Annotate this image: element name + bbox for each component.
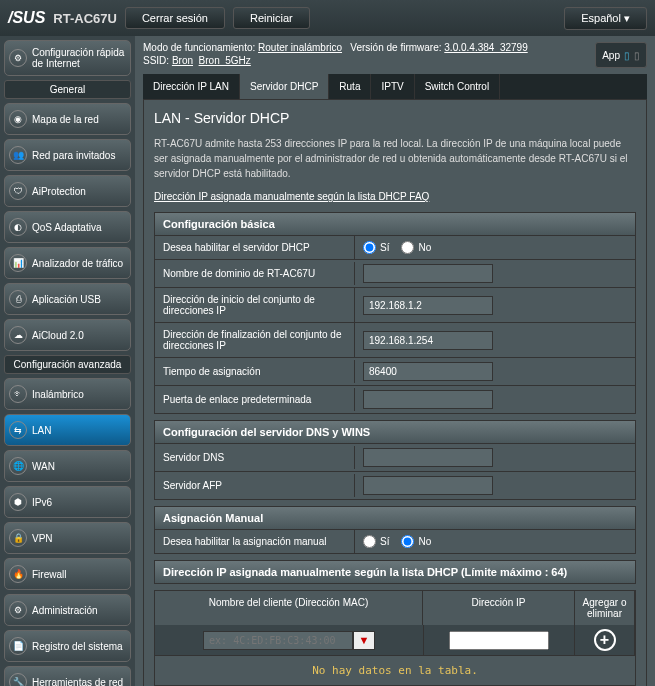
sidebar-item-qos[interactable]: ◐QoS Adaptativa (4, 211, 131, 243)
sidebar-item-traffic[interactable]: 📊Analizador de tráfico (4, 247, 131, 279)
input-assign-ip[interactable] (449, 631, 549, 650)
top-bar: /SUS RT-AC67U Cerrar sesión Reiniciar Es… (0, 0, 655, 36)
sidebar-item-admin[interactable]: ⚙Administración (4, 594, 131, 626)
sidebar-advanced-header: Configuración avanzada (4, 355, 131, 374)
sidebar-item-ipv6[interactable]: ⬢IPv6 (4, 486, 131, 518)
sidebar: ⚙ Configuración rápida de Internet Gener… (0, 36, 135, 686)
add-button[interactable]: + (594, 629, 616, 651)
operation-mode-line: Modo de funcionamiento: Router inalámbri… (143, 42, 528, 53)
mac-dropdown[interactable]: ▼ (353, 631, 375, 650)
guest-icon: 👥 (9, 146, 27, 164)
label-lease: Tiempo de asignación (155, 360, 355, 383)
section-dns: Configuración del servidor DNS y WINS (154, 420, 636, 444)
brand-logo: /SUS (8, 9, 45, 27)
vpn-icon: 🔒 (9, 529, 27, 547)
tab-switch-control[interactable]: Switch Control (415, 74, 500, 99)
sidebar-item-firewall[interactable]: 🔥Firewall (4, 558, 131, 590)
sidebar-quick-setup[interactable]: ⚙ Configuración rápida de Internet (4, 40, 131, 76)
section-manual: Asignación Manual (154, 506, 636, 530)
input-ip-start[interactable] (363, 296, 493, 315)
col-mac: Nombre del cliente (Dirección MAC) (155, 591, 423, 625)
wan-icon: 🌐 (9, 457, 27, 475)
chart-icon: 📊 (9, 254, 27, 272)
no-data-text: No hay datos en la tabla. (155, 655, 635, 685)
page-description: RT-AC67U admite hasta 253 direcciones IP… (154, 136, 636, 181)
label-domain: Nombre de dominio de RT-AC67U (155, 262, 355, 285)
tools-icon: 🔧 (9, 673, 27, 686)
sidebar-general-header: General (4, 80, 131, 99)
map-icon: ◉ (9, 110, 27, 128)
sidebar-item-network-map[interactable]: ◉Mapa de la red (4, 103, 131, 135)
sidebar-item-aicloud[interactable]: ☁AiCloud 2.0 (4, 319, 131, 351)
mode-link[interactable]: Router inalámbrico (258, 42, 342, 53)
col-ip: Dirección IP (423, 591, 575, 625)
sidebar-item-usb[interactable]: ⎙Aplicación USB (4, 283, 131, 315)
input-lease[interactable] (363, 362, 493, 381)
firmware-link[interactable]: 3.0.0.4.384_32799 (444, 42, 527, 53)
main-panel: LAN - Servidor DHCP RT-AC67U admite hast… (143, 99, 647, 686)
radio-enable-no[interactable] (401, 241, 414, 254)
label-afp: Servidor AFP (155, 474, 355, 497)
sidebar-item-wireless[interactable]: ᯤInalámbrico (4, 378, 131, 410)
sidebar-item-vpn[interactable]: 🔒VPN (4, 522, 131, 554)
log-icon: 📄 (9, 637, 27, 655)
label-gateway: Puerta de enlace predeterminada (155, 388, 355, 411)
label-dns: Servidor DNS (155, 446, 355, 469)
section-table: Dirección IP asignada manualmente según … (154, 560, 636, 584)
globe-icon: ⚙ (9, 49, 27, 67)
input-afp[interactable] (363, 476, 493, 495)
ssid-line: SSID: Bron Bron_5GHz (143, 55, 528, 66)
lan-icon: ⇆ (9, 421, 27, 439)
faq-link[interactable]: Dirección IP asignada manualmente según … (154, 191, 429, 202)
tab-iptv[interactable]: IPTV (371, 74, 414, 99)
input-dns[interactable] (363, 448, 493, 467)
label-enable-dhcp: Desea habilitar el servidor DHCP (155, 236, 355, 259)
sidebar-item-guest-network[interactable]: 👥Red para invitados (4, 139, 131, 171)
page-title: LAN - Servidor DHCP (154, 110, 636, 126)
ssid1-link[interactable]: Bron (172, 55, 193, 66)
cloud-icon: ☁ (9, 326, 27, 344)
tab-route[interactable]: Ruta (329, 74, 371, 99)
ipv6-icon: ⬢ (9, 493, 27, 511)
tab-bar: Dirección IP LAN Servidor DHCP Ruta IPTV… (143, 74, 647, 99)
radio-enable-yes[interactable] (363, 241, 376, 254)
model-name: RT-AC67U (53, 11, 117, 26)
dhcp-table: Nombre del cliente (Dirección MAC) Direc… (154, 590, 636, 686)
input-gateway[interactable] (363, 390, 493, 409)
usb-icon: ⎙ (9, 290, 27, 308)
label-ip-end: Dirección de finalización del conjunto d… (155, 323, 355, 357)
fire-icon: 🔥 (9, 565, 27, 583)
gear-icon: ⚙ (9, 601, 27, 619)
language-select[interactable]: Español ▾ (564, 7, 647, 30)
sidebar-item-wan[interactable]: 🌐WAN (4, 450, 131, 482)
input-domain[interactable] (363, 264, 493, 283)
content-area: Modo de funcionamiento: Router inalámbri… (135, 36, 655, 686)
ssid2-link[interactable]: Bron_5GHz (199, 55, 251, 66)
sidebar-item-tools[interactable]: 🔧Herramientas de red (4, 666, 131, 686)
radio-manual-no[interactable] (401, 535, 414, 548)
label-manual-enable: Desea habilitar la asignación manual (155, 530, 355, 553)
shield-icon: 🛡 (9, 182, 27, 200)
app-badge[interactable]: App ▯▯ (595, 42, 647, 68)
logout-button[interactable]: Cerrar sesión (125, 7, 225, 29)
radio-manual-yes[interactable] (363, 535, 376, 548)
input-mac[interactable] (203, 631, 353, 650)
reboot-button[interactable]: Reiniciar (233, 7, 310, 29)
input-ip-end[interactable] (363, 331, 493, 350)
sidebar-item-lan[interactable]: ⇆LAN (4, 414, 131, 446)
sidebar-item-aiprotection[interactable]: 🛡AiProtection (4, 175, 131, 207)
label-ip-start: Dirección de inicio del conjunto de dire… (155, 288, 355, 322)
wifi-icon: ᯤ (9, 385, 27, 403)
col-action: Agregar o eliminar (575, 591, 635, 625)
tab-dhcp-server[interactable]: Servidor DHCP (240, 74, 329, 99)
gauge-icon: ◐ (9, 218, 27, 236)
section-basic: Configuración básica (154, 212, 636, 236)
tab-lan-ip[interactable]: Dirección IP LAN (143, 74, 240, 99)
sidebar-item-syslog[interactable]: 📄Registro del sistema (4, 630, 131, 662)
